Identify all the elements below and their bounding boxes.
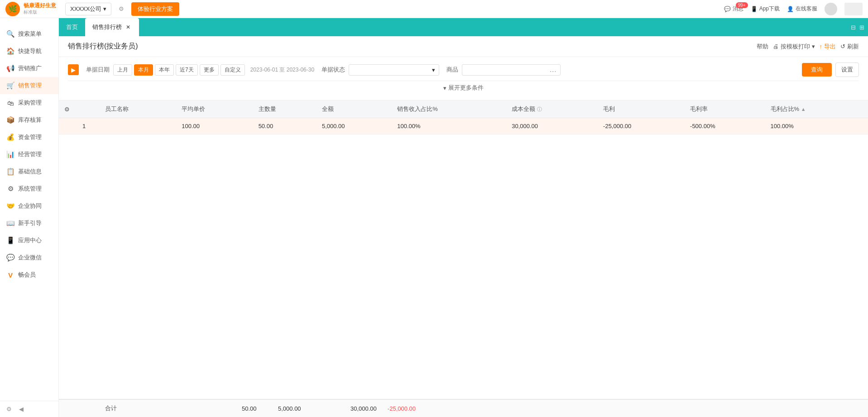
app-icon: 📱 [751, 6, 758, 12]
sidebar-item-member[interactable]: V 畅会员 [0, 266, 58, 283]
footer-qty: 50.00 [236, 405, 273, 412]
sidebar-item-search[interactable]: 🔍 搜索菜单 [0, 25, 58, 43]
print-chevron-icon [812, 43, 815, 50]
column-settings-icon[interactable]: ⚙ [64, 106, 70, 113]
th-gross: 毛利 [598, 101, 685, 118]
settings-button[interactable]: 设置 [835, 62, 859, 77]
user-avatar[interactable] [825, 3, 837, 15]
sidebar-item-purchase[interactable]: 🛍 采购管理 [0, 94, 58, 111]
refresh-button[interactable]: ↺ 刷新 [840, 43, 859, 51]
sidebar-item-marketing[interactable]: 📢 营销推广 [0, 60, 58, 77]
print-button[interactable]: 🖨 按模板打印 [773, 43, 815, 51]
td-name [100, 118, 176, 134]
company-selector[interactable]: XXXXX公司 [65, 3, 111, 15]
td-settings [59, 118, 77, 134]
footer-gross: -25,000.00 [382, 405, 421, 412]
td-gross-pct: 100.00% [765, 118, 868, 134]
marketing-icon: 📢 [6, 64, 14, 72]
date-btn-year[interactable]: 本年 [155, 64, 174, 76]
expand-row: ▾ 展开更多条件 [68, 81, 859, 95]
inventory-icon: 📦 [6, 116, 14, 124]
company-chevron-icon [103, 5, 106, 12]
date-btn-curr[interactable]: 本月 [134, 64, 153, 76]
tab-maximize-icon[interactable]: ⊞ [859, 24, 864, 31]
sidebar-header [0, 18, 58, 25]
td-rank: 1 [77, 118, 100, 134]
date-btn-week[interactable]: 近7天 [176, 64, 198, 76]
refresh-label: 刷新 [847, 43, 859, 51]
filter-action-btns: 查询 设置 [802, 62, 859, 77]
footer-label: 合计 [105, 404, 196, 412]
tab-right-controls: ⊟ ⊞ [851, 24, 868, 31]
tab-close-icon[interactable]: ✕ [125, 24, 132, 31]
table-row: 1 100.00 50.00 5,000.00 100.00% 30,000.0… [59, 118, 868, 134]
tab-minimize-icon[interactable]: ⊟ [851, 24, 856, 31]
logo-area: 🌿 畅康通好生意 标准版 [5, 2, 60, 16]
sidebar-item-system[interactable]: ⚙ 系统管理 [0, 180, 58, 197]
sidebar-bottom: ⚙ ◀ [0, 401, 58, 417]
tab-sales-rank[interactable]: 销售排行榜 ✕ [85, 18, 139, 36]
app-download-button[interactable]: 📱 App下载 [751, 5, 780, 13]
export-icon: ↑ [820, 43, 823, 50]
sidebar-item-operation[interactable]: 📊 经营管理 [0, 146, 58, 163]
message-button[interactable]: 💬 消息 99+ [724, 5, 743, 13]
query-button[interactable]: 查询 [802, 63, 832, 77]
expand-conditions-btn[interactable]: ▾ 展开更多条件 [443, 84, 484, 92]
th-sales-pct: 销售收入占比% [392, 101, 506, 118]
collab-icon: 🤝 [6, 202, 14, 210]
td-qty: 50.00 [253, 118, 317, 134]
sidebar-label-shortcut: 快捷导航 [18, 47, 42, 55]
goods-input[interactable] [462, 65, 546, 75]
export-label: 导出 [824, 43, 836, 51]
sidebar-label-basic: 基础信息 [18, 168, 42, 176]
sidebar-item-basic[interactable]: 📋 基础信息 [0, 163, 58, 180]
page-header: 销售排行榜(按业务员) 帮助 🖨 按模板打印 ↑ 导出 [59, 36, 868, 57]
export-button[interactable]: ↑ 导出 [820, 43, 836, 51]
date-btns: 上月 本月 本年 近7天 更多 自定义 [113, 64, 245, 76]
sidebar-collapse-icon[interactable]: ◀ [19, 406, 24, 412]
filter-status-item: 单据状态 [321, 64, 439, 76]
goods-more-dots[interactable]: … [546, 66, 560, 74]
sidebar-item-inventory[interactable]: 📦 库存核算 [0, 111, 58, 129]
table-wrapper[interactable]: ⚙ 员工名称 平均单价 主数量 全额 销售收入占比% 成本全额 [59, 101, 868, 399]
trial-button[interactable]: 体验行业方案 [131, 2, 179, 16]
sidebar-label-purchase: 采购管理 [18, 99, 42, 107]
company-name: XXXXX公司 [70, 5, 101, 13]
filter-status-label: 单据状态 [321, 66, 345, 74]
topbar-settings-icon[interactable]: ⚙ [115, 3, 128, 15]
gross-pct-help-icon[interactable]: ▲ [801, 106, 806, 112]
tab-home[interactable]: 首页 [59, 18, 85, 36]
sidebar-item-apps[interactable]: 📱 应用中心 [0, 232, 58, 249]
sidebar-label-member: 畅会员 [18, 271, 36, 279]
filter-toggle-icon[interactable]: ▶ [68, 64, 79, 75]
cost-help-icon[interactable]: ⓘ [537, 106, 542, 112]
sidebar-item-shortcut[interactable]: 🏠 快捷导航 [0, 43, 58, 60]
tab-bar: 首页 销售排行榜 ✕ ⊟ ⊞ [59, 18, 868, 36]
wechat-icon: 💬 [6, 254, 14, 262]
tab-home-label: 首页 [66, 23, 78, 31]
filter-goods-item: 商品 … [446, 64, 561, 76]
sidebar-item-wechat[interactable]: 💬 企业微信 [0, 249, 58, 266]
sidebar-label-collab: 企业协同 [18, 202, 42, 210]
date-btn-custom[interactable]: 自定义 [221, 64, 245, 76]
sidebar-item-guide[interactable]: 📖 新手引导 [0, 215, 58, 232]
online-service-button[interactable]: 👤 在线客服 [787, 5, 817, 13]
sidebar-label-guide: 新手引导 [18, 219, 42, 227]
date-btn-more[interactable]: 更多 [200, 64, 219, 76]
footer-cost: 30,000.00 [345, 405, 382, 412]
sidebar-item-collab[interactable]: 🤝 企业协同 [0, 197, 58, 215]
filter-area: ▶ 单据日期 上月 本月 本年 近7天 更多 自定义 2023- [59, 57, 868, 101]
page-title: 销售排行榜(按业务员) [68, 42, 138, 51]
sidebar-label-inventory: 库存核算 [18, 116, 42, 124]
print-label: 按模板打印 [781, 43, 810, 51]
sidebar-settings-icon[interactable]: ⚙ [6, 406, 12, 412]
help-button[interactable]: 帮助 [757, 43, 768, 51]
search-icon: 🔍 [6, 30, 14, 38]
sidebar-item-finance[interactable]: 💰 资金管理 [0, 129, 58, 146]
th-qty: 主数量 [253, 101, 317, 118]
sidebar-item-sales[interactable]: 🛒 销售管理 [0, 77, 58, 94]
filter-status-select[interactable] [349, 64, 439, 76]
th-amount: 全额 [317, 101, 392, 118]
date-btn-prev[interactable]: 上月 [113, 64, 132, 76]
status-chevron-icon [432, 67, 435, 73]
